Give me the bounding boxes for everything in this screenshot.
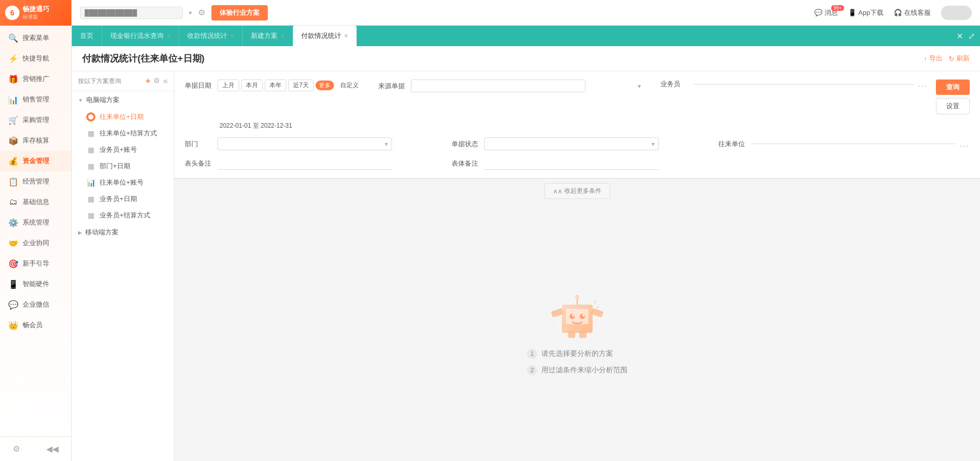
tab-new-plan-close[interactable]: × xyxy=(281,32,284,39)
status-select-wrap xyxy=(484,137,659,150)
tab-payment-stats[interactable]: 付款情况统计 × xyxy=(293,26,357,46)
tab-receipt-stats-close[interactable]: × xyxy=(230,32,234,39)
date-range-display: 2022-01-01 至 2022-12-31 xyxy=(185,122,970,130)
left-panel: 按以下方案查询 + ⚙ « ▼ 电脑端方案 xyxy=(72,71,174,461)
sidebar-collapse-icon[interactable]: ◀◀ xyxy=(42,442,63,456)
sidebar-item-hardware[interactable]: 📱智能硬件 xyxy=(0,274,71,294)
app-subtitle: 标准版 xyxy=(23,13,49,21)
date-btn-7days[interactable]: 近7天 xyxy=(288,79,313,91)
topbar-service[interactable]: 🎧 在线客服 xyxy=(894,8,931,17)
status-select[interactable] xyxy=(484,137,659,150)
sidebar-item-marketing[interactable]: 🎁营销推广 xyxy=(0,69,71,89)
enterprise-icon: 🤝 xyxy=(8,238,18,248)
schema-item-partner-settlement[interactable]: ▦ 往来单位+结算方式 xyxy=(72,125,174,142)
header-note-input[interactable] xyxy=(218,157,392,170)
sidebar-item-newbie[interactable]: 🎯新手引导 xyxy=(0,253,71,274)
date-btn-this-year[interactable]: 本年 xyxy=(265,79,286,91)
svg-rect-9 xyxy=(568,332,575,338)
date-btn-custom[interactable]: 自定义 xyxy=(336,80,363,91)
tabs-close-all-icon[interactable]: ✕ xyxy=(956,31,963,41)
topbar-app-download[interactable]: 📱 App下载 xyxy=(848,8,884,17)
topbar-chevron-icon[interactable]: ▾ xyxy=(189,9,192,16)
export-label: 导出 xyxy=(929,54,943,63)
vip-icon: 👑 xyxy=(8,320,18,330)
wechat-icon: 💬 xyxy=(8,299,18,310)
header-note-label: 表头备注 xyxy=(185,159,213,168)
tab-payment-stats-label: 付款情况统计 xyxy=(301,31,341,41)
date-btn-more[interactable]: 更多 xyxy=(316,81,334,90)
sidebar-item-label: 新手引导 xyxy=(23,259,49,268)
sidebar-footer: ⚙ ◀◀ xyxy=(0,436,71,461)
tab-payment-stats-close[interactable]: × xyxy=(344,32,348,39)
tab-receipt-stats[interactable]: 收款情况统计 × xyxy=(179,26,243,46)
partner-input-area[interactable] xyxy=(751,144,956,144)
source-select[interactable] xyxy=(411,79,585,92)
left-panel-header: 按以下方案查询 + ⚙ « xyxy=(72,71,174,91)
schema-group-mobile-label: 移动端方案 xyxy=(85,228,119,237)
tab-bank-flow[interactable]: 现金银行流水查询 × xyxy=(102,26,179,46)
schema-item-staff-settlement[interactable]: ▦ 业务员+结算方式 xyxy=(72,207,174,224)
system-icon: ⚙️ xyxy=(8,217,18,228)
right-content: 单据日期 上月 本月 本年 近7天 更多 自定义 xyxy=(174,71,980,461)
filter-row-2: 部门 单据状态 xyxy=(185,137,970,150)
left-panel-gear-btn[interactable]: ⚙ xyxy=(153,76,160,86)
body-note-input[interactable] xyxy=(484,157,659,170)
tabs-expand-icon[interactable]: ⤢ xyxy=(968,31,975,41)
sidebar-item-vip[interactable]: 👑畅会员 xyxy=(0,315,71,335)
tab-home[interactable]: 首页 xyxy=(72,26,102,46)
refresh-btn[interactable]: ↻ 刷新 xyxy=(949,54,970,63)
msg-badge: 99+ xyxy=(831,5,844,11)
sidebar-item-sales[interactable]: 📊销售管理 xyxy=(0,89,71,110)
topbar-right: 💬 消息 99+ 📱 App下载 🎧 在线客服 xyxy=(814,6,972,20)
user-avatar[interactable] xyxy=(941,6,972,20)
sidebar-settings-icon[interactable]: ⚙ xyxy=(9,442,24,456)
trial-btn[interactable]: 体验行业方案 xyxy=(211,5,268,21)
staff-input-area[interactable] xyxy=(693,84,913,85)
schema-item-partner-date[interactable]: 往来单位+日期 xyxy=(72,109,174,125)
left-panel-collapse-btn[interactable]: « xyxy=(163,76,168,86)
schema-group-mobile-header[interactable]: ▶ 移动端方案 xyxy=(72,224,174,241)
sidebar-item-quick-nav[interactable]: ⚡快捷导航 xyxy=(0,48,71,69)
left-panel-title: 按以下方案查询 xyxy=(78,77,121,86)
sidebar-item-wechat[interactable]: 💬企业微信 xyxy=(0,294,71,315)
query-btn[interactable]: 查询 xyxy=(936,79,970,95)
sidebar-item-purchase[interactable]: 🛒采购管理 xyxy=(0,110,71,130)
schema-group-pc-header[interactable]: ▼ 电脑端方案 xyxy=(72,91,174,109)
tab-receipt-stats-label: 收款情况统计 xyxy=(187,31,227,41)
date-btn-last-month[interactable]: 上月 xyxy=(218,79,239,91)
dept-select[interactable] xyxy=(218,137,392,150)
tab-new-plan[interactable]: 新建方案 × xyxy=(243,26,293,46)
sidebar-item-label: 基础信息 xyxy=(23,197,49,207)
export-btn[interactable]: ↑ 导出 xyxy=(924,54,943,63)
sidebar-item-inventory[interactable]: 📦库存核算 xyxy=(0,130,71,151)
staff-dots[interactable]: ... xyxy=(918,79,928,89)
sidebar-item-capital[interactable]: 💰资金管理 xyxy=(0,151,71,171)
sidebar-item-system[interactable]: ⚙️系统管理 xyxy=(0,212,71,233)
sidebar-item-label: 经营管理 xyxy=(23,177,49,186)
sidebar-item-search-menu[interactable]: 🔍搜索菜单 xyxy=(0,28,71,48)
schema-item-label: 业务员+结算方式 xyxy=(100,211,150,220)
schema-item-partner-account[interactable]: 📊 往来单位+账号 xyxy=(72,174,174,191)
schema-item-staff-account[interactable]: ▦ 业务员+账号 xyxy=(72,142,174,158)
date-btn-this-month[interactable]: 本月 xyxy=(241,79,263,91)
settings-btn[interactable]: 设置 xyxy=(936,98,970,114)
sidebar-item-label: 库存核算 xyxy=(23,136,49,145)
schema-item-table-icon: ▦ xyxy=(86,211,95,220)
filter-source-cell: 来源单据 xyxy=(363,79,645,92)
partner-dots[interactable]: ... xyxy=(960,139,970,149)
collapse-btn[interactable]: ∧∧ 收起更多条件 xyxy=(544,183,610,199)
schema-item-dept-date[interactable]: ▦ 部门+日期 xyxy=(72,158,174,174)
sidebar-item-ops[interactable]: 📋经营管理 xyxy=(0,171,71,192)
sidebar-item-enterprise[interactable]: 🤝企业协同 xyxy=(0,233,71,253)
main-area: ████████████ ▾ ⚙ 体验行业方案 💬 消息 99+ 📱 App下载… xyxy=(72,0,980,461)
topbar-gear-icon[interactable]: ⚙ xyxy=(198,8,205,17)
schema-item-staff-date[interactable]: ▦ 业务员+日期 xyxy=(72,191,174,207)
topbar-msg[interactable]: 💬 消息 99+ xyxy=(814,8,838,17)
sidebar: 6 畅捷通巧 标准版 🔍搜索菜单⚡快捷导航🎁营销推广📊销售管理🛒采购管理📦库存核… xyxy=(0,0,72,461)
ops-icon: 📋 xyxy=(8,176,18,187)
sidebar-item-basic[interactable]: 🗂基础信息 xyxy=(0,192,71,212)
tab-bank-flow-close[interactable]: × xyxy=(167,32,170,39)
empty-tips: 1 请先选择要分析的方案 2 用过滤条件来缩小分析范围 xyxy=(527,349,628,375)
schema-item-table-icon: ▦ xyxy=(86,194,95,204)
left-panel-add-btn[interactable]: + xyxy=(146,76,150,86)
